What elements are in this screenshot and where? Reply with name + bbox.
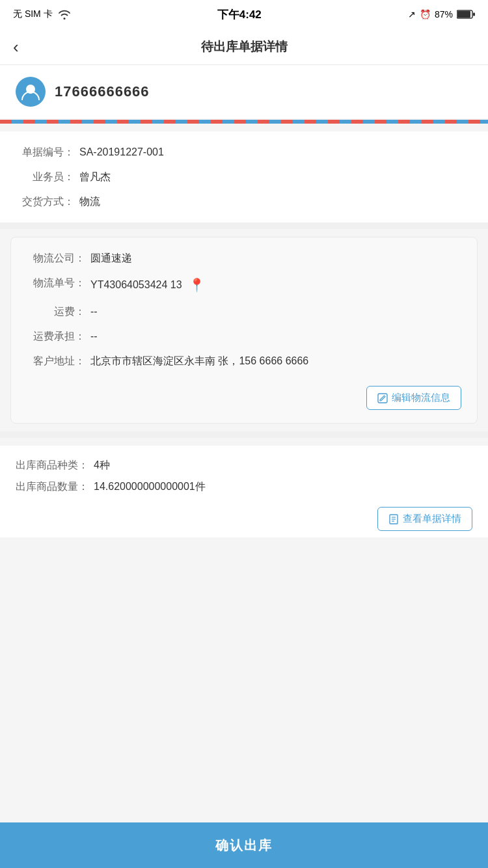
person-icon (21, 82, 40, 102)
logistics-company-value: 圆通速递 (90, 251, 461, 266)
sim-status: 无 SIM 卡 (13, 8, 53, 20)
svg-rect-4 (378, 394, 387, 403)
address-value: 北京市市辖区海淀区永丰南 张，156 6666 6666 (90, 353, 461, 369)
salesperson-value: 曾凡杰 (79, 169, 472, 185)
wifi-icon (58, 10, 71, 20)
freight-value: -- (90, 304, 461, 319)
edit-btn-container: 编辑物流信息 (27, 378, 461, 410)
direction-icon: ↗ (408, 9, 416, 20)
battery-icon (457, 10, 475, 19)
logistics-section: 物流公司： 圆通速递 物流单号： YT43064053424 13 📍 运费： … (10, 237, 478, 424)
svg-rect-1 (457, 11, 470, 18)
freight-label: 运费： (27, 304, 85, 319)
salesperson-row: 业务员： 曾凡杰 (16, 169, 472, 185)
section-divider-2 (0, 431, 488, 438)
section-divider-1 (0, 223, 488, 229)
logistics-tracking-value: YT43064053424 13 📍 (90, 275, 461, 295)
document-number-row: 单据编号： SA-20191227-001 (16, 144, 472, 160)
freight-row: 运费： -- (27, 304, 461, 319)
svg-rect-2 (473, 13, 475, 16)
back-button[interactable]: ‹ (13, 38, 19, 55)
status-left: 无 SIM 卡 (13, 8, 71, 20)
status-time: 下午4:42 (217, 7, 262, 22)
goods-type-label: 出库商品种类： (16, 459, 88, 472)
view-btn-container: 查看单据详情 (16, 502, 472, 531)
logistics-tracking-label: 物流单号： (27, 275, 85, 291)
delivery-method-row: 交货方式： 物流 (16, 194, 472, 210)
freight-bearer-value: -- (90, 329, 461, 344)
freight-bearer-label: 运费承担： (27, 329, 85, 344)
goods-type-value: 4种 (94, 459, 110, 472)
alarm-icon: ⏰ (420, 9, 431, 20)
freight-bearer-row: 运费承担： -- (27, 329, 461, 344)
bottom-spacer (0, 537, 488, 668)
page-title: 待出库单据详情 (201, 38, 288, 55)
logistics-company-label: 物流公司： (27, 251, 85, 266)
view-detail-button[interactable]: 查看单据详情 (377, 507, 472, 531)
document-icon (388, 514, 399, 524)
address-row: 客户地址： 北京市市辖区海淀区永丰南 张，156 6666 6666 (27, 353, 461, 369)
delivery-method-label: 交货方式： (16, 194, 74, 210)
avatar (16, 77, 46, 107)
nav-bar: ‹ 待出库单据详情 (0, 29, 488, 65)
goods-quantity-value: 14.620000000000001件 (94, 480, 206, 494)
goods-quantity-row: 出库商品数量： 14.620000000000001件 (16, 480, 472, 494)
document-number-value: SA-20191227-001 (79, 144, 472, 160)
address-label: 客户地址： (27, 353, 85, 369)
logistics-company-row: 物流公司： 圆通速递 (27, 251, 461, 266)
logistics-tracking-row: 物流单号： YT43064053424 13 📍 (27, 275, 461, 295)
status-bar: 无 SIM 卡 下午4:42 ↗ ⏰ 87% (0, 0, 488, 29)
delivery-method-value: 物流 (79, 194, 472, 210)
edit-icon (377, 393, 388, 403)
location-icon[interactable]: 📍 (189, 275, 205, 295)
document-number-label: 单据编号： (16, 144, 74, 160)
battery-percent: 87% (435, 9, 453, 20)
goods-type-row: 出库商品种类： 4种 (16, 459, 472, 472)
dashed-divider (0, 120, 488, 124)
user-header: 17666666666 (0, 65, 488, 118)
confirm-outbound-button[interactable]: 确认出库 (0, 822, 488, 868)
order-info-section: 单据编号： SA-20191227-001 业务员： 曾凡杰 交货方式： 物流 (0, 131, 488, 223)
goods-section: 出库商品种类： 4种 出库商品数量： 14.620000000000001件 查… (0, 446, 488, 537)
status-right: ↗ ⏰ 87% (408, 9, 475, 20)
goods-quantity-label: 出库商品数量： (16, 480, 88, 494)
user-phone: 17666666666 (55, 83, 150, 100)
edit-logistics-button[interactable]: 编辑物流信息 (366, 386, 461, 410)
salesperson-label: 业务员： (16, 169, 74, 185)
